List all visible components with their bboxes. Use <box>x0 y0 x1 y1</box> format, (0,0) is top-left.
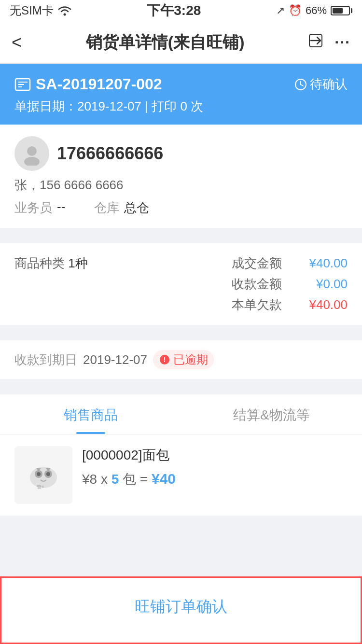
product-section: 管+ [0000002]面包 ¥8 x 5 包 = ¥40 <box>0 434 362 516</box>
owed-amount-row: 本单欠款 ¥40.00 <box>232 296 348 313</box>
deal-amount-row: 成交金额 ¥40.00 <box>232 255 348 272</box>
customer-top: 17666666666 <box>14 136 348 171</box>
location-icon: ↗ <box>276 4 285 17</box>
sales-rep-value: -- <box>57 199 65 216</box>
customer-name: 张，156 6666 6666 <box>14 177 348 194</box>
order-header: SA-20191207-002 待确认 单据日期：2019-12-07 | 打印… <box>0 64 362 125</box>
nav-left: < <box>12 32 22 53</box>
warehouse-label: 仓库 <box>94 199 119 216</box>
svg-point-10 <box>24 157 40 166</box>
order-header-top: SA-20191207-002 待确认 <box>14 75 348 93</box>
product-qty: 5 <box>111 472 119 487</box>
divider-1 <box>0 236 362 243</box>
equals-sign: = <box>140 472 152 487</box>
avatar <box>14 136 49 171</box>
customer-meta: 业务员 -- 仓库 总仓 <box>14 199 348 216</box>
status-time: 下午3:28 <box>147 1 201 20</box>
due-date-value: 2019-12-07 <box>83 352 147 367</box>
due-date-label: 收款到期日 <box>14 351 77 368</box>
goods-type-section: 商品种类 1种 <box>14 255 88 272</box>
product-unit: 包 <box>123 472 136 487</box>
deal-amount-value: ¥40.00 <box>290 256 348 271</box>
more-button[interactable]: ··· <box>334 33 350 51</box>
warehouse-item: 仓库 总仓 <box>94 199 149 216</box>
owed-amount-value: ¥40.00 <box>290 297 348 312</box>
wifi-icon <box>57 5 72 16</box>
product-item: 管+ [0000002]面包 ¥8 x 5 包 = ¥40 <box>14 446 348 504</box>
amount-section: 商品种类 1种 成交金额 ¥40.00 收款金额 ¥0.00 本单欠款 ¥40.… <box>0 243 362 325</box>
customer-phone: 17666666666 <box>57 143 163 164</box>
product-price: ¥8 x 5 包 = ¥40 <box>82 470 348 489</box>
status-bar: 无SIM卡 下午3:28 ↗ ⏰ 66% <box>0 0 362 21</box>
tabs-section: 销售商品 结算&物流等 管+ <box>0 394 362 516</box>
product-name: [0000002]面包 <box>82 446 348 464</box>
tab-settlement[interactable]: 结算&物流等 <box>181 394 362 434</box>
share-button[interactable] <box>308 33 323 51</box>
warehouse-value: 总仓 <box>124 199 149 216</box>
product-image: 管+ <box>14 446 72 504</box>
tabs-bar: 销售商品 结算&物流等 <box>0 394 362 434</box>
deal-amount-label: 成交金额 <box>232 255 282 272</box>
carrier-label: 无SIM卡 <box>10 3 54 18</box>
overdue-badge: ! 已逾期 <box>153 350 214 369</box>
product-total: ¥40 <box>152 471 176 487</box>
received-amount-label: 收款金额 <box>232 276 282 293</box>
battery-percent: 66% <box>306 4 327 17</box>
received-amount-value: ¥0.00 <box>290 277 348 292</box>
svg-point-16 <box>37 472 41 476</box>
goods-type-value: 1种 <box>68 256 87 270</box>
product-info: [0000002]面包 ¥8 x 5 包 = ¥40 <box>82 446 348 489</box>
status-right: ↗ ⏰ 66% <box>276 4 352 17</box>
confirm-btn-container: 旺铺订单确认 <box>0 576 362 644</box>
tab-sales-goods[interactable]: 销售商品 <box>0 394 181 434</box>
confirm-order-button[interactable]: 旺铺订单确认 <box>16 586 346 628</box>
svg-point-0 <box>63 14 66 16</box>
sales-rep-label: 业务员 <box>14 199 52 216</box>
divider-2 <box>0 333 362 340</box>
nav-right: ··· <box>308 33 350 51</box>
order-date: 单据日期：2019-12-07 | 打印 0 次 <box>14 98 348 115</box>
main-content: SA-20191207-002 待确认 单据日期：2019-12-07 | 打印… <box>0 64 362 644</box>
divider-3 <box>0 387 362 394</box>
clock-icon <box>294 78 307 91</box>
price-unit: ¥8 <box>82 472 97 487</box>
sales-rep-item: 业务员 -- <box>14 199 65 216</box>
order-status: 待确认 <box>294 76 348 93</box>
received-amount-row: 收款金额 ¥0.00 <box>232 276 348 293</box>
nav-bar: < 销货单详情(来自旺铺) ··· <box>0 21 362 64</box>
alarm-icon: ⏰ <box>289 4 302 17</box>
owed-amount-label: 本单欠款 <box>232 296 282 313</box>
svg-text:!: ! <box>164 356 166 364</box>
due-date-section: 收款到期日 2019-12-07 ! 已逾期 <box>0 340 362 379</box>
svg-point-17 <box>46 472 50 476</box>
customer-section: 17666666666 张，156 6666 6666 业务员 -- 仓库 总仓 <box>0 125 362 228</box>
warning-icon: ! <box>159 354 170 365</box>
status-left: 无SIM卡 <box>10 3 72 18</box>
svg-line-8 <box>301 84 303 86</box>
multiply-sign: x <box>101 472 111 487</box>
svg-point-9 <box>27 146 37 156</box>
order-id: SA-20191207-002 <box>14 75 162 93</box>
page-title: 销货单详情(来自旺铺) <box>86 31 245 54</box>
goods-type-label: 商品种类 1种 <box>14 255 88 272</box>
svg-text:管+: 管+ <box>37 484 44 490</box>
order-icon <box>14 78 31 91</box>
battery-indicator <box>331 6 352 15</box>
back-button[interactable]: < <box>12 32 22 53</box>
amounts-list: 成交金额 ¥40.00 收款金额 ¥0.00 本单欠款 ¥40.00 <box>232 255 348 313</box>
